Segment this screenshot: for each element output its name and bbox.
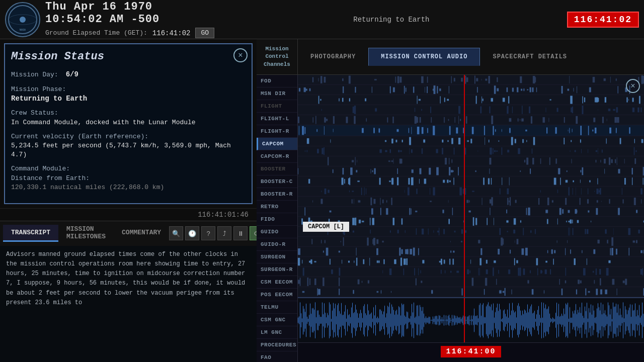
waveform-track-9[interactable]: [298, 166, 644, 176]
mission-control-channels-label: MissionControlChannels: [257, 39, 298, 74]
mission-logo: NASA: [5, 2, 40, 37]
tab-mission-control-audio[interactable]: MISSION CONTROL AUDIO: [368, 48, 480, 66]
channel-capcom[interactable]: CAPCOM: [257, 138, 297, 150]
main-timer: 116:41:02: [567, 12, 639, 28]
channel-flight-l[interactable]: FLIGHT-L: [257, 113, 297, 125]
channel-booster-c[interactable]: BOOSTER-C: [257, 175, 297, 188]
channel-guido[interactable]: GUIDO: [257, 226, 297, 238]
pause-icon-button[interactable]: ⏸: [233, 226, 248, 240]
waveform-canvas: [298, 298, 644, 342]
channel-flight-r[interactable]: FLIGHT-R: [257, 125, 297, 138]
right-section: MissionControlChannels PHOTOGRAPHY MISSI…: [257, 39, 644, 362]
waveform-track-20[interactable]: [298, 277, 644, 287]
audio-timer: 116:41:00: [441, 346, 501, 357]
distance-value: 120,330.1 nautical miles (222,868.0 km): [11, 183, 246, 192]
channel-msn-dir[interactable]: MSN DIR: [257, 87, 297, 100]
top-bar: NASA Thu Apr 16 1970 10:54:02 AM -500 Gr…: [0, 0, 644, 39]
channel-surgeon-r[interactable]: SURGEON-R: [257, 263, 297, 276]
tab-transcript[interactable]: TRANSCRIPT: [3, 225, 58, 242]
waveform-track-1[interactable]: [298, 85, 644, 95]
mission-title: Returning to Earth: [221, 16, 562, 24]
waveform-track-17[interactable]: [298, 247, 644, 257]
capcom-active-label: CAPCOM [L]: [303, 222, 349, 232]
elapsed-timestamp: 116:41:01:46: [198, 211, 249, 219]
waveform-tracks[interactable]: CAPCOM [L]: [298, 75, 644, 297]
channel-csm-eecom[interactable]: CSM EECOM: [257, 276, 297, 289]
audio-timer-bar: 116:41:00: [298, 342, 644, 360]
channel-procedures[interactable]: PROCEDURES: [257, 339, 297, 351]
mission-day-label: Mission Day:: [11, 71, 62, 78]
tab-spacecraft-details[interactable]: SPACECRAFT DETAILS: [480, 48, 580, 66]
close-audio-button[interactable]: ×: [626, 79, 640, 93]
channel-list: FOD MSN DIR FLIGHT FLIGHT-L FLIGHT-R CAP…: [257, 75, 298, 362]
velocity-label: Current velocity (Earth reference):: [11, 132, 246, 141]
status-mission-phase: Mission Phase: Returning to Earth: [11, 85, 246, 104]
time-text: 10:54:02 AM -500: [45, 13, 159, 26]
mission-phase-value: Returning to Earth: [11, 94, 246, 104]
datetime-block: Thu Apr 16 1970 10:54:02 AM -500 Ground …: [45, 1, 216, 38]
mission-day-value: 6/9: [66, 70, 78, 78]
transcript-text: Advisors manned ground elapsed times com…: [6, 250, 251, 308]
waveform-track-12[interactable]: [298, 197, 644, 207]
tab-commentary[interactable]: COMMENTARY: [114, 225, 169, 242]
waveform-track-14[interactable]: [298, 217, 644, 227]
waveform-track-15[interactable]: [298, 227, 644, 237]
channel-surgeon[interactable]: SURGEON: [257, 251, 297, 263]
waveform-track-0[interactable]: [298, 75, 644, 85]
channel-pos-eecom[interactable]: POS EECOM: [257, 289, 297, 301]
channel-retro[interactable]: RETRO: [257, 201, 297, 213]
channel-capcom-r[interactable]: CAPCOM-R: [257, 150, 297, 163]
mission-status-title: Mission Status: [11, 50, 246, 63]
left-panel: Mission Status × Mission Day: 6/9 Missio…: [0, 39, 257, 362]
channel-fao[interactable]: FAO: [257, 351, 297, 362]
channel-flight[interactable]: FLIGHT: [257, 100, 297, 113]
close-status-button[interactable]: ×: [233, 48, 248, 62]
history-icon-button[interactable]: 🕐: [185, 226, 199, 240]
waveform-track-8[interactable]: [298, 156, 644, 166]
waveform-track-11[interactable]: [298, 187, 644, 197]
help-icon-button[interactable]: ?: [201, 226, 215, 240]
channel-fod[interactable]: FOD: [257, 75, 297, 87]
channel-fido[interactable]: FIDO: [257, 213, 297, 226]
transcript-tabs: TRANSCRIPT MISSIONMILESTONES COMMENTARY …: [0, 221, 257, 246]
status-mission-day: Mission Day: 6/9: [11, 70, 246, 80]
waveform-track-10[interactable]: [298, 176, 644, 187]
search-icon-button[interactable]: 🔍: [169, 226, 183, 240]
playhead: [464, 75, 465, 297]
channel-booster-r[interactable]: BOOSTER-R: [257, 188, 297, 201]
waveform-track-21[interactable]: [298, 287, 644, 297]
waveform-track-18[interactable]: [298, 257, 644, 267]
waveform-track-7[interactable]: [298, 146, 644, 156]
waveform-track-6[interactable]: [298, 136, 644, 146]
tab-photography[interactable]: PHOTOGRAPHY: [298, 48, 368, 66]
channel-guido-r[interactable]: GUIDO-R: [257, 238, 297, 251]
get-value: 116:41:02: [152, 29, 191, 37]
status-crew: Crew Status: In Command Module, docked w…: [11, 109, 246, 127]
command-module-label: Command Module:: [11, 164, 246, 173]
channel-csm-gnc[interactable]: CSM GNC: [257, 314, 297, 326]
main-layout: Mission Status × Mission Day: 6/9 Missio…: [0, 39, 644, 362]
channel-lm-gnc[interactable]: LM GNC: [257, 326, 297, 339]
svg-text:NASA: NASA: [20, 29, 26, 32]
channel-telmu[interactable]: TELMU: [257, 301, 297, 314]
waveform-track-3[interactable]: [298, 105, 644, 115]
waveform-track-19[interactable]: [298, 267, 644, 277]
mission-phase-title: Returning to Earth: [353, 16, 429, 24]
waveform-track-13[interactable]: [298, 207, 644, 217]
tab-milestones[interactable]: MISSIONMILESTONES: [58, 221, 114, 246]
waveform-track-2[interactable]: [298, 95, 644, 105]
status-velocity: Current velocity (Earth reference): 5,23…: [11, 132, 246, 160]
go-button[interactable]: GO: [195, 28, 214, 38]
status-distance: Command Module: Distance from Earth: 120…: [11, 164, 246, 192]
waveform-track-16[interactable]: [298, 237, 644, 247]
channel-booster[interactable]: BOOSTER: [257, 163, 297, 175]
velocity-value: 5,234.5 feet per second (5,743.7 km/h, 3…: [11, 141, 246, 159]
distance-label: Distance from Earth:: [11, 174, 246, 183]
share-icon-button[interactable]: ⤴: [217, 226, 231, 240]
main-waveform[interactable]: [298, 297, 644, 342]
waveform-track-4[interactable]: [298, 115, 644, 125]
waveform-track-5[interactable]: [298, 125, 644, 136]
crew-value: In Command Module, docked with the Lunar…: [11, 118, 246, 127]
audio-main: FOD MSN DIR FLIGHT FLIGHT-L FLIGHT-R CAP…: [257, 75, 644, 362]
timestamp-bar: 116:41:01:46: [0, 208, 257, 221]
